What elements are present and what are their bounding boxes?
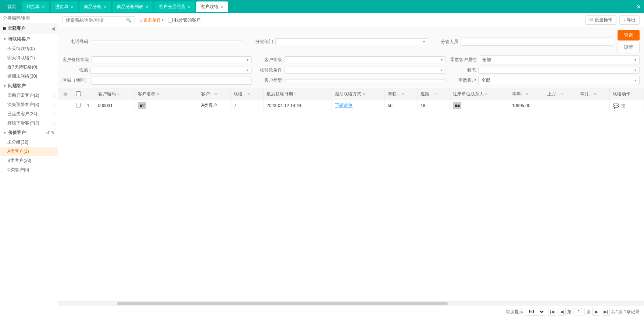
all-customers-header[interactable]: ⊞ 全部客户 ◀ (0, 23, 58, 34)
sidebar-search-input[interactable] (3, 15, 58, 21)
col-customer-code[interactable]: 客户编码 ⇅ (95, 88, 135, 100)
batch-operation-button[interactable]: ☑ 批量操作 (585, 15, 616, 25)
tab-sales-order[interactable]: 销货单 ✕ (22, 1, 49, 12)
col-overdue[interactable]: 逾期... ⇅ (417, 88, 450, 100)
sidebar-item-class-b[interactable]: B类客户(33) (0, 156, 58, 165)
col-customer-type[interactable]: 客户... ⇅ (198, 88, 231, 100)
sidebar-item-today-pending[interactable]: 今天待联络(0) (0, 44, 58, 53)
retail-customer-select[interactable]: 全部▾ (478, 76, 640, 85)
department-select[interactable]: ▾ (275, 38, 428, 45)
search-icon[interactable]: 🔍 (126, 18, 132, 23)
sidebar-item-7days-pending[interactable]: 近7天待联络(0) (0, 63, 58, 72)
close-icon[interactable]: ✕ (221, 5, 223, 9)
filter-search-input[interactable] (66, 18, 125, 23)
settings-button[interactable]: 设置 (618, 42, 640, 53)
row-this-month-cell (577, 100, 609, 111)
col-last-contact-method[interactable]: 最后联络方式 ⇅ (332, 88, 384, 100)
region-input[interactable]: ··· (91, 77, 252, 85)
sidebar-item-churn-warning[interactable]: 流失预警客户(3) ℹ (0, 100, 58, 109)
horizontal-scrollbar[interactable] (58, 301, 644, 305)
sidebar-item-ungrouped[interactable]: 未分组(32) (0, 138, 58, 147)
my-customers-checkbox[interactable]: 我分管的客户 (168, 17, 201, 23)
row-select-checkbox[interactable] (76, 103, 81, 107)
page-number-input[interactable] (573, 308, 585, 315)
scrollbar-thumb[interactable] (117, 302, 448, 305)
col-last-month[interactable]: 上月... ⇅ (544, 88, 577, 100)
sidebar-item-declining[interactable]: 持续下滑客户(2) ℹ (0, 119, 58, 128)
section-value-customers[interactable]: ▼ 价值客户 ↺ ✎ (0, 128, 58, 138)
close-icon[interactable]: ✕ (187, 5, 190, 9)
col-row-num (84, 88, 95, 100)
section-problem-customers[interactable]: ▼ 问题客户 (0, 81, 58, 91)
retail-attr-value: 全部 (482, 57, 491, 63)
tab-purchase-order[interactable]: 进货单 ✕ (51, 1, 78, 12)
row-last-month-cell (544, 100, 577, 111)
col-this-month[interactable]: 本月... ⇅ (577, 88, 609, 100)
close-icon[interactable]: ✕ (42, 5, 45, 9)
row-last-contact-method[interactable]: 下销货单 (335, 103, 353, 108)
col-settings[interactable]: ⚙ (58, 88, 73, 100)
row-checkbox-cell[interactable] (73, 100, 84, 111)
nature-select[interactable]: ▾ (90, 67, 252, 74)
section-pending-contact[interactable]: ▼ 待联络客户 (0, 34, 58, 44)
per-page-select[interactable]: 50 100 200 (525, 308, 545, 316)
prev-page-button[interactable]: ◀ (558, 308, 566, 316)
row-code: 000031 (98, 103, 113, 108)
top-nav: 首页 销货单 ✕ 进货单 ✕ 商品分析 ✕ 商品分析列表 ✕ 客户分层经营 ✕ … (0, 0, 644, 13)
select-all-checkbox[interactable] (76, 91, 81, 96)
qrcode-icon[interactable]: ⊞ (621, 103, 626, 109)
tab-customer-segment[interactable]: 客户分层经营 ✕ (154, 1, 195, 12)
col-checkbox[interactable] (73, 88, 84, 100)
sidebar-item-tomorrow-pending[interactable]: 明天待联络(1) (0, 53, 58, 63)
customer-level-select[interactable]: ▾ (284, 56, 446, 63)
refresh-icon[interactable]: ↺ (46, 130, 50, 135)
first-page-button[interactable]: |◀ (548, 308, 556, 316)
export-label: 导出 (627, 17, 636, 22)
next-page-button[interactable]: ▶ (592, 308, 600, 316)
col-last-contact-date[interactable]: 最后联络日期 ⇅ (264, 88, 332, 100)
sidebar-item-class-c[interactable]: C类客户(6) (0, 165, 58, 174)
edit-icon[interactable]: ✎ (51, 130, 55, 135)
more-conditions-button[interactable]: ▽ 更多条件 ▾ (139, 17, 164, 23)
payment-select[interactable]: ▾ (284, 67, 446, 74)
manager-label: 分管人员 (433, 39, 458, 45)
col-company-contact[interactable]: 往来单位联系人 ⇅ (450, 88, 509, 100)
collapse-icon[interactable]: ◀ (51, 26, 55, 31)
tab-product-analysis-list[interactable]: 商品分析列表 ✕ (112, 1, 153, 12)
query-button[interactable]: 查询 (618, 30, 640, 40)
tab-product-analysis[interactable]: 商品分析 ✕ (79, 1, 111, 12)
tab-customer-contact[interactable]: 客户联络 ✕ (196, 1, 228, 12)
item-label: C类客户(6) (7, 167, 29, 172)
sidebar-item-repurchase-abnormal[interactable]: 回购异常客户(2) ℹ (0, 91, 58, 100)
my-customers-check[interactable] (168, 18, 173, 22)
info-icon: ℹ (53, 112, 55, 116)
status-select[interactable]: ▾ (478, 67, 640, 74)
sidebar-item-churned[interactable]: 已流失客户(24) ℹ (0, 109, 58, 119)
close-icon[interactable]: ✕ (104, 5, 107, 9)
all-customers-label: 全部客户 (8, 25, 25, 32)
col-header-label: 客户编码 (98, 91, 116, 97)
sidebar-item-class-a[interactable]: A类客户(1) (0, 147, 58, 156)
manager-input[interactable]: ··· (461, 38, 613, 46)
close-icon[interactable]: ✕ (146, 5, 149, 9)
filter-field-phone: 电话号码 (62, 39, 243, 45)
price-level-select[interactable]: ▾ (91, 56, 252, 63)
col-contact-count[interactable]: 联络... ⇅ (231, 88, 264, 100)
col-customer-name[interactable]: 客户名称 ⇅ (135, 88, 198, 100)
col-this-year[interactable]: 本年... ⇅ (509, 88, 544, 100)
phone-input[interactable] (90, 40, 243, 43)
col-uncontacted[interactable]: 未联... ⇅ (384, 88, 417, 100)
settings-icon[interactable]: ⚙ (63, 92, 67, 97)
retail-attr-select[interactable]: 全部▾ (479, 55, 640, 64)
window-close-button[interactable]: ✕ (636, 3, 641, 10)
item-label: 已流失客户(24) (7, 111, 37, 117)
export-button[interactable]: ↓ 导出 (619, 15, 640, 25)
sort-icon: ⇅ (526, 92, 529, 96)
sidebar-item-overdue-contact[interactable]: 逾期未联络(30) (0, 72, 58, 81)
home-tab[interactable]: 首页 (3, 1, 21, 12)
close-icon[interactable]: ✕ (71, 5, 74, 9)
last-page-button[interactable]: ▶| (602, 308, 610, 316)
customer-type-input[interactable] (284, 79, 446, 82)
data-table-container: ⚙ 客户编码 ⇅ (58, 88, 644, 301)
comment-icon[interactable]: 💬 (613, 103, 619, 109)
